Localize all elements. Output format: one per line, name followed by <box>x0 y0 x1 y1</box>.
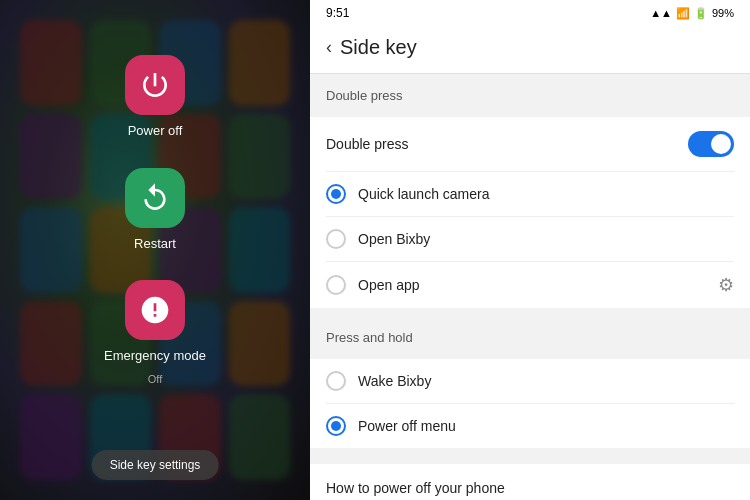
power-off-icon <box>125 55 185 115</box>
wake-bixby-row[interactable]: Wake Bixby <box>326 359 734 404</box>
emergency-mode-sublabel: Off <box>148 373 162 385</box>
phone-screen: Power off Restart Emergency mode Off Sid… <box>0 0 310 500</box>
power-menu: Power off Restart Emergency mode Off <box>0 0 310 440</box>
signal-icon: ▲▲ <box>650 7 672 19</box>
power-off-menu-radio[interactable] <box>326 416 346 436</box>
double-press-section: Double press Quick launch camera Open Bi… <box>310 117 750 308</box>
restart-label: Restart <box>134 236 176 253</box>
gear-icon[interactable]: ⚙ <box>718 274 734 296</box>
open-app-label: Open app <box>358 277 706 293</box>
restart-icon <box>125 168 185 228</box>
open-bixby-radio[interactable] <box>326 229 346 249</box>
divider-1 <box>310 308 750 316</box>
quick-launch-camera-row[interactable]: Quick launch camera <box>326 172 734 217</box>
wake-bixby-radio[interactable] <box>326 371 346 391</box>
radio-selected-dot-2 <box>331 421 341 431</box>
power-off-label: Power off <box>128 123 183 140</box>
press-and-hold-heading: Press and hold <box>310 316 750 351</box>
battery-level: 99% <box>712 7 734 19</box>
open-app-radio[interactable] <box>326 275 346 295</box>
status-icons: ▲▲ 📶 🔋 99% <box>650 7 734 20</box>
open-bixby-row[interactable]: Open Bixby <box>326 217 734 262</box>
double-press-heading: Double press <box>310 74 750 109</box>
side-key-settings-button[interactable]: Side key settings <box>92 450 219 480</box>
restart-button[interactable]: Restart <box>125 168 185 253</box>
wake-bixby-label: Wake Bixby <box>358 373 734 389</box>
battery-icon: 🔋 <box>694 7 708 20</box>
how-to-label: How to power off your phone <box>326 480 505 496</box>
double-press-toggle-row: Double press <box>326 117 734 172</box>
emergency-mode-label: Emergency mode <box>104 348 206 365</box>
open-bixby-label: Open Bixby <box>358 231 734 247</box>
wifi-icon: 📶 <box>676 7 690 20</box>
settings-header: ‹ Side key <box>310 26 750 74</box>
quick-launch-camera-label: Quick launch camera <box>358 186 734 202</box>
power-off-menu-label: Power off menu <box>358 418 734 434</box>
how-to-power-off-row[interactable]: How to power off your phone <box>310 464 750 500</box>
emergency-mode-button[interactable]: Emergency mode Off <box>104 280 206 385</box>
power-off-button[interactable]: Power off <box>125 55 185 140</box>
emergency-icon <box>125 280 185 340</box>
power-off-menu-row[interactable]: Power off menu <box>326 404 734 448</box>
status-time: 9:51 <box>326 6 349 20</box>
settings-panel: 9:51 ▲▲ 📶 🔋 99% ‹ Side key Double press … <box>310 0 750 500</box>
radio-selected-dot <box>331 189 341 199</box>
press-and-hold-section: Wake Bixby Power off menu <box>310 359 750 448</box>
double-press-toggle[interactable] <box>688 131 734 157</box>
back-button[interactable]: ‹ <box>326 37 332 58</box>
open-app-row[interactable]: Open app ⚙ <box>326 262 734 308</box>
divider-2 <box>310 448 750 456</box>
quick-launch-camera-radio[interactable] <box>326 184 346 204</box>
page-title: Side key <box>340 36 417 59</box>
status-bar: 9:51 ▲▲ 📶 🔋 99% <box>310 0 750 26</box>
double-press-toggle-label: Double press <box>326 136 409 152</box>
